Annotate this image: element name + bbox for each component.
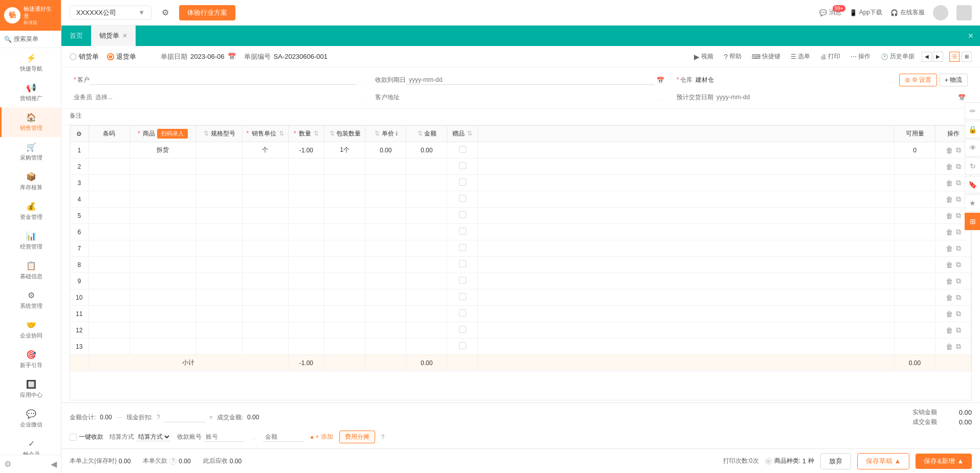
sidebar-item-system[interactable]: ⚙ 系统管理 xyxy=(0,285,61,315)
close-all-tabs-button[interactable]: ✕ xyxy=(962,26,980,46)
operation-btn[interactable]: ⋯ 操作 xyxy=(847,51,874,62)
float-eye-icon[interactable]: 👁 xyxy=(965,139,980,156)
sidebar-item-guide[interactable]: 🎯 新手引导 xyxy=(0,345,61,374)
trial-button[interactable]: 体验行业方案 xyxy=(179,5,235,20)
company-selector[interactable]: XXXXXX公司 ▼ xyxy=(70,6,151,20)
tab-close-icon[interactable]: ✕ xyxy=(122,32,127,39)
grid-view-btn[interactable]: ⊞ xyxy=(962,52,972,62)
scan-btn[interactable]: 扫码录入 xyxy=(157,129,188,139)
message-button[interactable]: 💬 消息 99+ xyxy=(819,8,841,17)
due-date-input[interactable] xyxy=(406,75,655,85)
sidebar-item-marketing[interactable]: 📢 营销推广 xyxy=(0,78,61,107)
delete-row-btn[interactable]: 🗑 xyxy=(946,163,953,171)
add-payment-btn[interactable]: ● + 添加 xyxy=(310,433,333,441)
float-refresh-icon[interactable]: ↻ xyxy=(965,157,980,175)
copy-row-btn[interactable]: ⧉ xyxy=(956,178,961,187)
sidebar-item-sales[interactable]: 🏠 销售管理 xyxy=(0,107,61,137)
save-draft-button[interactable]: 保存草稿 ▲ xyxy=(857,453,910,469)
video-btn[interactable]: ▶ 视频 xyxy=(691,51,716,62)
radio-sales[interactable]: 销货单 xyxy=(70,52,99,61)
float-edit-icon[interactable]: ✏ xyxy=(965,102,980,120)
delete-row-btn[interactable]: 🗑 xyxy=(946,228,953,236)
delete-row-btn[interactable]: 🗑 xyxy=(946,195,953,204)
radio-return[interactable]: 退货单 xyxy=(107,52,136,61)
float-action-icon[interactable]: ⊞ xyxy=(965,213,980,230)
save-new-button[interactable]: 保存&新增 ▲ xyxy=(916,454,972,469)
sidebar-item-inventory[interactable]: 📦 库存核算 xyxy=(0,167,61,196)
discount-input[interactable] xyxy=(164,413,205,422)
copy-row-btn[interactable]: ⧉ xyxy=(956,244,961,253)
cell-qty-1[interactable]: -1.00 xyxy=(288,142,324,159)
quick-pay-checkbox[interactable]: 一键收款 xyxy=(70,433,103,441)
discount-info-icon[interactable]: ? xyxy=(157,414,160,421)
sidebar-item-basic[interactable]: 📋 基础信息 xyxy=(0,256,61,285)
salesperson-ellipsis-icon[interactable]: … xyxy=(357,95,365,101)
collapse-icon[interactable]: ◀ xyxy=(51,459,57,469)
delete-row-btn[interactable]: 🗑 xyxy=(946,326,953,334)
remark-input[interactable] xyxy=(84,111,972,121)
sidebar-item-wechat[interactable]: 💬 企业微信 xyxy=(0,404,61,434)
copy-row-btn[interactable]: ⧉ xyxy=(956,293,961,302)
sidebar-item-member[interactable]: ✓ 畅会员 xyxy=(0,434,61,455)
account-input[interactable] xyxy=(204,432,245,442)
customer-input[interactable] xyxy=(90,75,357,85)
product-type-icon[interactable]: ◎ xyxy=(765,458,772,465)
history-btn[interactable]: 🕐 历史单据 xyxy=(878,51,918,62)
float-bookmark-icon[interactable]: 🔖 xyxy=(965,176,980,193)
cell-spec-1[interactable] xyxy=(196,142,242,159)
price-info-icon[interactable]: ℹ xyxy=(396,130,398,137)
delete-row-btn[interactable]: 🗑 xyxy=(946,212,953,220)
sidebar-item-enterprise[interactable]: 🤝 企业协同 xyxy=(0,315,61,345)
expense-split-btn[interactable]: 费用分摊 xyxy=(339,431,375,443)
select-btn[interactable]: ☰ 选单 xyxy=(788,51,813,62)
discard-button[interactable]: 放弃 xyxy=(820,453,851,469)
copy-row-btn[interactable]: ⧉ xyxy=(956,326,961,334)
float-star-icon[interactable]: ★ xyxy=(965,194,980,212)
cell-price-1[interactable]: 0.00 xyxy=(365,142,406,159)
warehouse-ellipsis-icon[interactable]: … xyxy=(887,77,895,83)
float-lock-icon[interactable]: 🔒 xyxy=(965,121,980,138)
cell-barcode-1[interactable] xyxy=(89,142,129,159)
salesperson-input[interactable] xyxy=(92,93,357,102)
cell-gift-1[interactable] xyxy=(447,142,478,159)
due-date-calendar-icon[interactable]: 📅 xyxy=(655,77,666,84)
copy-row-btn[interactable]: ⧉ xyxy=(956,277,961,285)
search-menu[interactable]: 🔍 搜索菜单 xyxy=(0,31,61,48)
sidebar-item-purchase[interactable]: 🛒 采购管理 xyxy=(0,137,61,167)
delete-row-btn[interactable]: 🗑 xyxy=(946,146,953,154)
customer-addr-ellipsis-icon[interactable]: … xyxy=(659,95,666,101)
copy-row-btn[interactable]: ⧉ xyxy=(956,211,961,220)
tab-home[interactable]: 首页 xyxy=(61,26,91,46)
expected-date-calendar-icon[interactable]: 📅 xyxy=(956,94,968,101)
copy-row-btn[interactable]: ⧉ xyxy=(956,195,961,204)
sidebar-item-operation[interactable]: 📊 经营管理 xyxy=(0,226,61,256)
delete-row-btn[interactable]: 🗑 xyxy=(946,343,953,351)
copy-row-btn[interactable]: ⧉ xyxy=(956,260,961,269)
copy-row-btn[interactable]: ⧉ xyxy=(956,228,961,236)
prev-arrow[interactable]: ◀ xyxy=(922,52,932,62)
copy-row-btn[interactable]: ⧉ xyxy=(956,309,961,318)
online-service-button[interactable]: 🎧 在线客服 xyxy=(890,8,925,17)
pay-method-select[interactable]: 结算方式 xyxy=(136,433,171,441)
expense-info-icon[interactable]: ? xyxy=(381,434,385,441)
copy-row-btn[interactable]: ⧉ xyxy=(956,342,961,351)
tab-sales-order[interactable]: 销货单 ✕ xyxy=(91,26,136,46)
overdue-info-icon[interactable]: ? xyxy=(169,458,177,465)
topbar-settings-icon[interactable]: ⚙ xyxy=(158,5,173,20)
app-download-button[interactable]: 📱 App下载 xyxy=(850,8,882,17)
payment-amount-input[interactable] xyxy=(263,432,304,442)
logistics-action-btn[interactable]: + 物流 xyxy=(939,74,968,86)
copy-row-btn[interactable]: ⧉ xyxy=(956,146,961,154)
sidebar-item-finance[interactable]: 💰 资金管理 xyxy=(0,196,61,226)
help-btn[interactable]: ? 帮助 xyxy=(721,51,745,62)
date-calendar-icon[interactable]: 📅 xyxy=(228,53,236,60)
th-gear[interactable]: ⚙ xyxy=(70,126,89,142)
delete-row-btn[interactable]: 🗑 xyxy=(946,261,953,269)
sidebar-item-appstore[interactable]: 🔲 应用中心 xyxy=(0,374,61,404)
next-arrow[interactable]: ▶ xyxy=(933,52,943,62)
user-menu-icon[interactable] xyxy=(956,5,972,20)
delete-row-btn[interactable]: 🗑 xyxy=(946,294,953,302)
delete-row-btn[interactable]: 🗑 xyxy=(946,310,953,318)
account-ellipsis-icon[interactable]: … xyxy=(251,434,257,441)
delete-row-btn[interactable]: 🗑 xyxy=(946,277,953,285)
